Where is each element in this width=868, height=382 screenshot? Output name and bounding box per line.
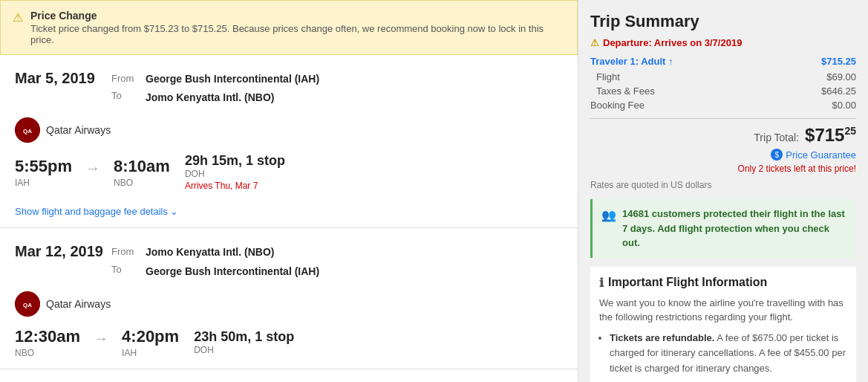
airline-row-1: QA Qatar Airways (15, 117, 563, 143)
from-label-2: From (111, 243, 138, 260)
depart-code-1: IAH (15, 178, 72, 188)
airline-name-2: Qatar Airways (46, 298, 111, 310)
booking-fee-row: Booking Fee $0.00 (590, 100, 856, 111)
from-label-1: From (111, 70, 138, 87)
flight-fee-row: Flight $69.00 (590, 71, 856, 82)
from-airport-2: Jomo Kenyatta Intl. (NBO) (146, 243, 319, 262)
booking-price: $0.00 (832, 100, 856, 111)
warning-icon: ⚠ (13, 10, 23, 25)
flight-segment-1: Mar 5, 2019 From To George Bush Intercon… (0, 55, 578, 228)
traveler-price: $715.25 (821, 56, 856, 67)
arrives-note-1: Arrives Thu, Mar 7 (185, 181, 285, 191)
from-to-labels-1: From To (111, 70, 138, 105)
tickets-left: Only 2 tickets left at this price! (590, 164, 856, 174)
flight-segment-2: Mar 12, 2019 From To Jomo Kenyatta Intl.… (0, 228, 578, 369)
arrive-code-1: NBO (114, 178, 170, 188)
alert-message: Ticket price changed from $715.23 to $71… (30, 23, 565, 45)
flight-label: Flight (596, 71, 620, 82)
svg-text:QA: QA (23, 302, 32, 308)
depart-code-2: NBO (15, 348, 80, 358)
price-guarantee: $ Price Guarantee (590, 149, 856, 161)
to-airport-1: Jomo Kenyatta Intl. (NBO) (146, 88, 319, 107)
info-icon: ℹ (599, 276, 604, 290)
taxes-fee-row: Taxes & Fees $646.25 (590, 85, 856, 97)
trip-summary-title: Trip Summary (590, 12, 856, 31)
taxes-price: $646.25 (821, 85, 856, 97)
important-list: Tickets are refundable. A fee of $675.00… (599, 331, 847, 377)
important-title: ℹ Important Flight Information (599, 276, 847, 290)
airline-name-1: Qatar Airways (46, 124, 111, 136)
refundable-bold: Tickets are refundable. (610, 332, 714, 343)
total-label: Trip Total: (754, 132, 799, 143)
arrive-time-1: 8:10am (114, 157, 170, 176)
duration-2: 23h 50m, 1 stop (194, 329, 294, 345)
taxes-label: Taxes & Fees (596, 85, 655, 97)
rates-note: Rates are quoted in US dollars (590, 180, 856, 190)
price-change-banner: ⚠ Price Change Ticket price changed from… (0, 0, 578, 55)
alert-title: Price Change (30, 10, 565, 22)
stop-code-1: DOH (185, 169, 285, 179)
show-details-link-1[interactable]: Show flight and baggage fee details ⌄ (15, 206, 178, 217)
to-label-2: To (111, 261, 138, 278)
airline-logo-2: QA (15, 291, 40, 317)
depart-time-1: 5:55pm (15, 157, 72, 176)
arrow-1: → (85, 160, 100, 177)
duration-1: 29h 15m, 1 stop (185, 153, 285, 169)
airports-2: Jomo Kenyatta Intl. (NBO) George Bush In… (146, 243, 319, 280)
total-row: Trip Total: $71525 (590, 125, 856, 146)
airline-logo-1: QA (15, 117, 40, 143)
to-label-1: To (111, 87, 138, 104)
protection-icon: 👥 (601, 207, 616, 250)
departure-line: ⚠ Departure: Arrives on 3/7/2019 (590, 37, 856, 48)
to-airport-2: George Bush Intercontinental (IAH) (146, 262, 319, 281)
times-row-2: 12:30am NBO → 4:20pm IAH 23h 50m, 1 stop… (15, 327, 563, 358)
traveler-label: Traveler 1: Adult ↑ (590, 56, 673, 67)
segment-1-date: Mar 5, 2019 (15, 70, 111, 87)
protection-box: 👥 14681 customers protected their flight… (590, 199, 856, 258)
important-intro: We want you to know the airline you're t… (599, 296, 847, 325)
important-section: ℹ Important Flight Information We want y… (590, 267, 856, 383)
arrive-code-2: IAH (122, 348, 179, 358)
times-row-1: 5:55pm IAH → 8:10am NBO 29h 15m, 1 stop … (15, 153, 563, 191)
arrow-2: → (94, 330, 108, 347)
refundable-item: Tickets are refundable. A fee of $675.00… (610, 331, 847, 377)
airline-row-2: QA Qatar Airways (15, 291, 563, 317)
arrive-time-2: 4:20pm (122, 327, 179, 346)
from-airport-1: George Bush Intercontinental (IAH) (146, 70, 319, 88)
segment-2-date: Mar 12, 2019 (15, 243, 111, 260)
trip-summary-panel: Trip Summary ⚠ Departure: Arrives on 3/7… (578, 0, 868, 382)
shield-icon: $ (771, 149, 783, 161)
flight-price: $69.00 (826, 71, 856, 82)
svg-text:QA: QA (23, 128, 32, 135)
stop-code-2: DOH (194, 345, 294, 355)
divider (590, 118, 856, 119)
booking-label: Booking Fee (590, 100, 645, 111)
depart-time-2: 12:30am (15, 327, 80, 346)
traveler-line: Traveler 1: Adult ↑ $715.25 (590, 56, 856, 67)
warning-icon-small: ⚠ (590, 37, 599, 48)
from-to-labels-2: From To (111, 243, 138, 278)
airports-1: George Bush Intercontinental (IAH) Jomo … (146, 70, 319, 107)
total-price: $71525 (805, 125, 856, 146)
